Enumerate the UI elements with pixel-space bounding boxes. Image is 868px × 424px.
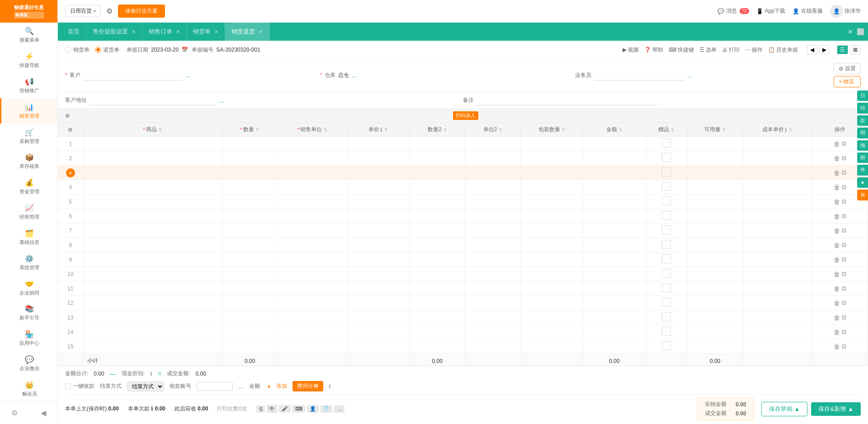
help-action-btn[interactable]: ❓ 帮助 bbox=[644, 46, 663, 54]
address-select-icon[interactable]: ... bbox=[219, 97, 224, 104]
address-input[interactable] bbox=[90, 95, 216, 105]
shortcut-action-btn[interactable]: ⌨ 快捷键 bbox=[669, 46, 694, 54]
tab-sales-return[interactable]: 销货退货 ✕ bbox=[225, 23, 269, 41]
settings-bottom-icon[interactable]: ⚙ bbox=[11, 409, 18, 417]
gift-checkbox[interactable] bbox=[662, 182, 671, 191]
float-btn-6[interactable]: 附 bbox=[857, 152, 868, 163]
scan-input-button[interactable]: 扫码录入 bbox=[453, 111, 478, 120]
tab-close-icon[interactable]: ✕ bbox=[214, 29, 218, 35]
qty2-sort-icon[interactable]: ⇅ bbox=[443, 128, 447, 132]
gift-sort-icon[interactable]: ⇅ bbox=[671, 128, 675, 132]
sidebar-item-system[interactable]: ⚙️ 系统管理 bbox=[0, 250, 57, 275]
tab-sales-delivery[interactable]: 销货单 ✕ bbox=[187, 23, 225, 41]
industry-select[interactable]: 日用百货 ▾ bbox=[65, 5, 101, 17]
quick-receive-check[interactable] bbox=[65, 383, 71, 389]
print-action-btn[interactable]: 🖨 打印 bbox=[722, 46, 740, 54]
tab-home[interactable]: 首页 bbox=[61, 23, 86, 41]
copy-row-icon[interactable]: ⧉ bbox=[842, 198, 846, 205]
message-button[interactable]: 💬 消息 70 bbox=[717, 7, 749, 15]
gift-checkbox[interactable] bbox=[662, 298, 671, 307]
sidebar-item-basic[interactable]: 🗂️ 基础信息 bbox=[0, 224, 57, 250]
delete-row-icon[interactable]: 🗑 bbox=[834, 198, 840, 205]
salesunit-sort-icon[interactable]: ⇅ bbox=[324, 128, 327, 132]
account-input[interactable] bbox=[197, 382, 233, 391]
delete-row-icon[interactable]: 🗑 bbox=[834, 213, 840, 220]
owe-info-icon[interactable]: ℹ bbox=[151, 405, 153, 412]
th-gear-icon[interactable]: ⚙ bbox=[68, 127, 73, 133]
select-action-btn[interactable]: ☰ 选单 bbox=[699, 46, 717, 54]
fee-info-icon[interactable]: ℹ bbox=[329, 383, 331, 390]
sidebar-item-member[interactable]: 👑 畅会员 bbox=[0, 376, 57, 401]
sidebar-item-shortcut[interactable]: ⚡ 快捷导航 bbox=[0, 48, 57, 73]
gift-checkbox[interactable] bbox=[662, 240, 671, 249]
person-icon[interactable]: 👤 bbox=[307, 405, 319, 413]
float-btn-2[interactable]: 结 bbox=[857, 103, 868, 113]
settings-gear-icon[interactable]: ⚙ bbox=[106, 7, 113, 15]
gift-checkbox[interactable] bbox=[662, 254, 671, 263]
gift-checkbox[interactable] bbox=[662, 269, 671, 278]
radio-sales[interactable]: 销货单 bbox=[65, 46, 90, 54]
s-icon[interactable]: S bbox=[256, 405, 265, 413]
delete-row-icon[interactable]: 🗑 bbox=[834, 227, 840, 234]
sidebar-item-finance[interactable]: 💰 资金管理 bbox=[0, 174, 57, 200]
goods-cell[interactable] bbox=[83, 137, 222, 151]
delete-row-icon[interactable]: 🗑 bbox=[834, 184, 840, 191]
tab-close-icon[interactable]: ✕ bbox=[176, 29, 180, 35]
gift-checkbox[interactable] bbox=[662, 225, 671, 234]
copy-row-icon[interactable]: ⧉ bbox=[842, 241, 846, 249]
settlement-select[interactable]: 结算方式 bbox=[127, 381, 164, 391]
available-sort-icon[interactable]: ⇅ bbox=[722, 128, 726, 132]
copy-row-icon[interactable]: ⧉ bbox=[842, 256, 846, 263]
copy-row-icon[interactable]: ⧉ bbox=[842, 314, 846, 321]
tab-sales-order[interactable]: 销售订单 ✕ bbox=[142, 23, 187, 41]
cost-price-info-icon[interactable]: ℹ bbox=[785, 127, 787, 133]
add-fee-button[interactable]: + bbox=[267, 383, 271, 390]
sidebar-item-marketing[interactable]: 📢 营销推广 bbox=[0, 73, 57, 99]
sidebar-item-search[interactable]: 🔍 搜索菜单 bbox=[0, 23, 57, 48]
goods-input-active[interactable] bbox=[87, 170, 218, 176]
warehouse-select-icon[interactable]: ... bbox=[352, 71, 357, 79]
cash-discount-info-icon[interactable]: ℹ bbox=[150, 371, 152, 377]
float-btn-star[interactable]: ★ bbox=[857, 177, 868, 188]
float-btn-grid[interactable]: ⊞ bbox=[857, 190, 868, 200]
shirt-icon[interactable]: 👕 bbox=[321, 405, 332, 413]
radio-return[interactable]: 退货单 bbox=[95, 46, 119, 54]
gift-checkbox[interactable] bbox=[662, 312, 671, 321]
sidebar-item-sales[interactable]: 📊 销售管理 bbox=[0, 98, 57, 124]
fee-split-button[interactable]: 费用分摊 bbox=[292, 381, 323, 391]
gift-checkbox[interactable] bbox=[662, 341, 671, 350]
video-action-btn[interactable]: ▶ 视频 bbox=[623, 46, 639, 54]
experience-button[interactable]: 体验行业方案 bbox=[118, 5, 165, 18]
gift-checkbox[interactable] bbox=[662, 327, 671, 336]
more-icon[interactable]: … bbox=[334, 405, 344, 413]
costprice-sort-icon[interactable]: ⇅ bbox=[789, 128, 793, 132]
copy-row-icon[interactable]: ⧉ bbox=[842, 154, 846, 162]
float-btn-4[interactable]: 明 bbox=[857, 128, 868, 138]
float-btn-5[interactable]: 细 bbox=[857, 140, 868, 151]
tab-close-icon[interactable]: ✕ bbox=[259, 29, 263, 35]
online-service-button[interactable]: 👤 在线客服 bbox=[793, 7, 823, 15]
add-row-button[interactable]: + bbox=[66, 168, 75, 177]
save-draft-button[interactable]: 保存草稿 ▲ bbox=[761, 402, 808, 416]
float-btn-3[interactable]: 款 bbox=[857, 115, 868, 126]
remark-input[interactable] bbox=[476, 95, 657, 105]
next-record-btn[interactable]: ▶ bbox=[819, 45, 830, 54]
sidebar-item-purchase[interactable]: 🛒 采购管理 bbox=[0, 124, 57, 149]
copy-row-icon[interactable]: ⧉ bbox=[842, 169, 846, 176]
sidebar-item-inventory[interactable]: 📦 库存核算 bbox=[0, 149, 57, 174]
delete-row-icon[interactable]: 🗑 bbox=[834, 271, 840, 278]
sidebar-item-guide[interactable]: 📚 新手引导 bbox=[0, 300, 57, 326]
quick-receive-checkbox[interactable]: 一键收款 bbox=[65, 382, 94, 390]
save-new-button[interactable]: 保存&新增 ▲ bbox=[811, 402, 861, 416]
delete-row-icon[interactable]: 🗑 bbox=[834, 300, 840, 307]
delete-row-icon[interactable]: 🗑 bbox=[834, 155, 840, 162]
mic-icon[interactable]: 🎤 bbox=[279, 405, 291, 413]
settings-side-btn[interactable]: ⚙ 设置 bbox=[834, 63, 861, 74]
keyboard-small-icon[interactable]: ⌨ bbox=[292, 405, 305, 413]
gift-checkbox[interactable] bbox=[662, 196, 671, 205]
customer-select-icon[interactable]: ... bbox=[185, 71, 191, 79]
copy-row-icon[interactable]: ⧉ bbox=[842, 343, 846, 350]
subtract-icon[interactable]: — bbox=[110, 370, 116, 377]
logistics-side-btn[interactable]: + 物流 bbox=[834, 76, 861, 87]
copy-row-icon[interactable]: ⧉ bbox=[842, 212, 846, 220]
